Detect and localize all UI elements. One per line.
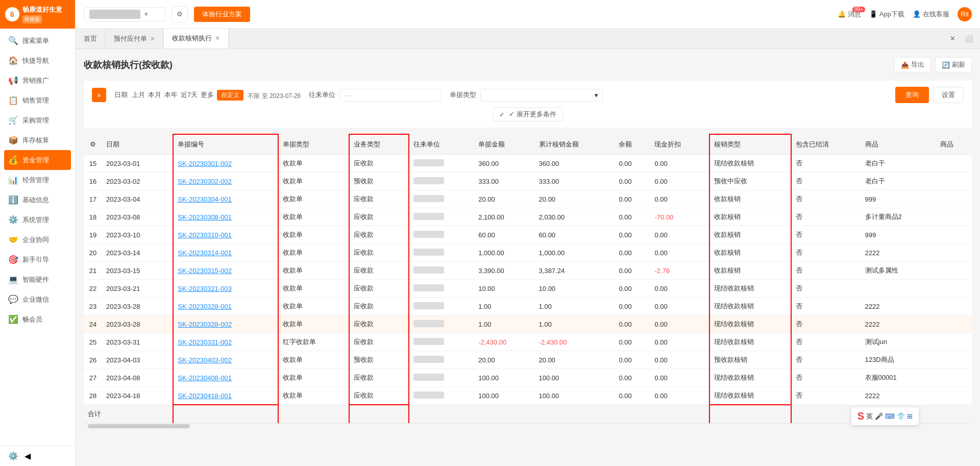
sidebar-item-enterprise[interactable]: 🤝 企业协同 <box>0 230 75 250</box>
cell-no: 28 <box>84 387 102 405</box>
cell-order-type: 收款单 <box>278 190 349 208</box>
export-btn[interactable]: 📤 导出 <box>894 57 931 72</box>
date-last-month[interactable]: 上月 <box>132 90 145 100</box>
date-this-year[interactable]: 本年 <box>164 90 178 100</box>
th-order-type[interactable]: 单据类型 <box>278 134 349 155</box>
workspace-selector[interactable]: 畅康道好生意 ▾ <box>84 7 165 21</box>
order-no-link[interactable]: SK-20230418-001 <box>178 392 232 400</box>
query-btn[interactable]: 查询 <box>895 87 929 103</box>
sidebar-item-sales[interactable]: 📋 销售管理 <box>0 90 75 110</box>
watermark-shirt-icon: 👕 <box>897 412 905 420</box>
order-no-link[interactable]: SK-20230308-001 <box>178 213 232 221</box>
sidebar-item-search[interactable]: 🔍 搜索菜单 <box>0 31 75 51</box>
order-no-link[interactable]: SK-20230315-002 <box>178 267 232 275</box>
sidebar-item-marketing[interactable]: 📢 营销推广 <box>0 70 75 90</box>
order-no-link[interactable]: SK-20230304-001 <box>178 195 232 203</box>
th-discount[interactable]: 现金折扣 <box>650 134 709 155</box>
cell-order-no: SK-20230302-002 <box>173 173 278 190</box>
sidebar-item-wechat[interactable]: 💬 企业微信 <box>0 289 75 309</box>
topbar-right: 🔔 消息 99+ 📱 App下载 👤 在线客服 Rit <box>838 7 972 21</box>
th-included[interactable]: 包含已结清 <box>791 134 861 155</box>
order-no-link[interactable]: SK-20230403-002 <box>178 356 232 364</box>
tab-prepay-close[interactable]: ✕ <box>150 35 155 42</box>
tab-maximize-btn[interactable]: ⬜ <box>962 32 976 46</box>
cell-included: 否 <box>791 351 861 369</box>
date-this-month[interactable]: 本月 <box>148 90 161 100</box>
order-type-select[interactable]: ▾ <box>480 89 603 102</box>
cell-verify-type: 现结收款核销 <box>709 280 791 298</box>
th-verify-type[interactable]: 核销类型 <box>709 134 791 155</box>
partner-input[interactable]: ··· <box>339 89 442 102</box>
sidebar-item-quick-nav[interactable]: 🏠 快捷导航 <box>0 51 75 70</box>
sidebar-item-hardware[interactable]: 💻 智能硬件 <box>0 269 75 289</box>
sidebar-item-basics[interactable]: ℹ️ 基础信息 <box>0 190 75 210</box>
cell-verified: 100.00 <box>535 369 615 387</box>
order-no-link[interactable]: SK-20230328-001 <box>178 303 232 310</box>
tab-close-all-btn[interactable]: ✕ <box>945 32 960 46</box>
th-product1[interactable]: 商品 <box>861 134 936 155</box>
user-avatar[interactable]: Rit <box>958 7 972 21</box>
order-no-link[interactable]: SK-20230408-001 <box>178 374 232 382</box>
th-biz-type[interactable]: 业务类型 <box>349 134 409 155</box>
cell-verify-type: 收款核销 <box>709 262 791 280</box>
refresh-btn[interactable]: 🔄 刷新 <box>935 57 972 72</box>
th-verified[interactable]: 累计核销金额 <box>535 134 615 155</box>
sidebar-item-guide[interactable]: 🎯 新手引导 <box>0 250 75 269</box>
th-date[interactable]: 日期 <box>102 134 173 155</box>
sidebar-item-member[interactable]: ✅ 畅会员 <box>0 309 75 329</box>
table-row: 162023-03-02 SK-20230302-002 收款单 预收款 333… <box>84 173 972 190</box>
order-no-link[interactable]: SK-20230321-003 <box>178 285 232 292</box>
watermark-keyboard-icon: ⌨ <box>885 412 895 420</box>
cell-amount: 60.00 <box>474 226 534 244</box>
tab-receive-close[interactable]: ✕ <box>215 35 220 42</box>
notification-btn[interactable]: 🔔 消息 99+ <box>838 10 861 19</box>
sidebar-item-purchase[interactable]: 🛒 采购管理 <box>0 110 75 130</box>
expand-more-btn[interactable]: ✓ ✓ 展开更多条件 <box>493 107 563 121</box>
cell-verified: 1.00 <box>535 315 615 333</box>
cell-order-type: 收款单 <box>278 351 349 369</box>
scrollbar-thumb[interactable] <box>88 424 190 428</box>
tab-home[interactable]: 首页 <box>76 29 106 48</box>
th-amount[interactable]: 单据金额 <box>474 134 534 155</box>
cell-included: 否 <box>791 226 861 244</box>
th-settings[interactable]: ⚙ <box>84 134 102 155</box>
tab-receive[interactable]: 收款核销执行 ✕ <box>164 29 229 48</box>
order-no-link[interactable]: SK-20230301-002 <box>178 160 232 167</box>
cell-partner <box>409 280 474 298</box>
date-more[interactable]: 更多 <box>201 90 214 100</box>
cell-biz-type: 预收款 <box>349 173 409 190</box>
app-download-btn[interactable]: 📱 App下载 <box>869 10 904 19</box>
filter-expand-btn[interactable]: » <box>92 88 106 102</box>
customer-service-btn[interactable]: 👤 在线客服 <box>913 10 949 19</box>
cell-product2 <box>936 244 972 262</box>
date-7days[interactable]: 近7天 <box>181 90 198 100</box>
date-custom[interactable]: 自定义 <box>217 90 243 101</box>
th-order-no[interactable]: 单据编号 <box>173 134 278 155</box>
settings-gear-icon[interactable]: ⚙️ <box>8 451 18 461</box>
tab-prepay[interactable]: 预付应付单 ✕ <box>106 29 164 48</box>
cell-product2 <box>936 387 972 405</box>
order-no-link[interactable]: SK-20230314-001 <box>178 249 232 257</box>
topbar-industry-btn[interactable]: 体验行业方案 <box>194 7 250 22</box>
cell-discount: 0.00 <box>650 298 709 315</box>
order-no-link[interactable]: SK-20230328-002 <box>178 321 232 328</box>
order-no-link[interactable]: SK-20230302-002 <box>178 178 232 185</box>
th-product2[interactable]: 商品 <box>936 134 972 155</box>
sidebar-item-inventory[interactable]: 📦 库存核算 <box>0 130 75 150</box>
order-no-link[interactable]: SK-20230331-002 <box>178 338 232 346</box>
collapse-icon[interactable]: ◀ <box>24 451 31 461</box>
cell-no: 15 <box>84 155 102 173</box>
topbar-gear-btn[interactable]: ⚙ <box>172 6 188 22</box>
filter-order-type-item: 单据类型 ▾ <box>450 89 603 102</box>
th-partner[interactable]: 往来单位 <box>409 134 474 155</box>
th-balance[interactable]: 余额 <box>615 134 650 155</box>
filter-settings-btn[interactable]: 设置 <box>933 87 964 103</box>
order-no-link[interactable]: SK-20230310-001 <box>178 231 232 239</box>
sidebar-item-finance[interactable]: 💰 资金管理 <box>4 150 71 170</box>
sidebar-item-operations[interactable]: 📊 经营管理 <box>0 170 75 190</box>
cell-verify-type: 收款核销 <box>709 226 791 244</box>
member-icon: ✅ <box>8 314 18 324</box>
hardware-icon: 💻 <box>8 275 18 284</box>
table-row: 242023-03-28 SK-20230328-002 收款单 应收款 1.0… <box>84 315 972 333</box>
sidebar-item-system[interactable]: ⚙️ 系统管理 <box>0 210 75 230</box>
